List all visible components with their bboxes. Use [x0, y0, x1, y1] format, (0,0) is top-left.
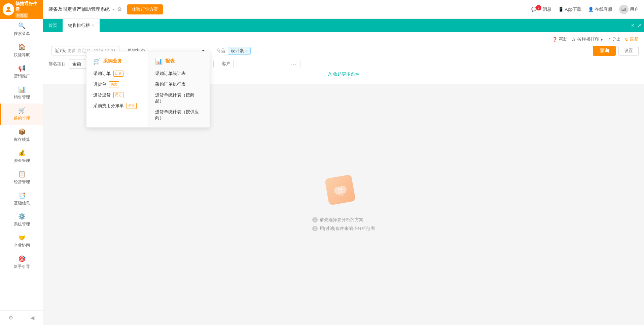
business-col: 🛒 采购业务 采购订单 历史 进货单 历史 进货退货 历史: [86, 51, 148, 127]
report-icon: 📊: [155, 57, 163, 65]
menu-item-purchase-order[interactable]: 采购订单 历史: [86, 68, 148, 79]
history-badge-3: 历史: [113, 92, 123, 98]
menu-item-incoming-by-supplier[interactable]: 进货单统计表（按供应商）: [148, 107, 210, 123]
history-badge-2: 历史: [109, 81, 119, 87]
business-header: 🛒 采购业务: [86, 55, 148, 68]
purchase-dropdown-menu: 🛒 采购业务 采购订单 历史 进货单 历史 进货退货 历史: [86, 51, 210, 128]
history-badge: 历史: [113, 71, 123, 77]
content-area: ❓ 帮助 🖨 按模板打印 ▾ ↗ 导出 ↻ 刷新: [43, 32, 644, 325]
menu-item-order-exec[interactable]: 采购订单执行表: [148, 79, 210, 90]
menu-item-expense[interactable]: 采购费用分摊单 历史: [86, 100, 148, 111]
menu-item-order-stat[interactable]: 采购订单统计表: [148, 68, 210, 79]
menu-item-incoming[interactable]: 进货单 历史: [86, 79, 148, 90]
report-col: 📊 报表 采购订单统计表 采购订单执行表 进货单统计表（按商品） 进货单统计表（…: [148, 51, 210, 127]
report-header: 📊 报表: [148, 55, 210, 68]
app-container: 畅捷通好生意 标准版 🔍 搜索菜单 🏠 快捷导航 📢 营销推广 📊 销售管理 🛒…: [0, 0, 644, 325]
main-area: 装备及固定资产辅助管理系统 ▾ ⚙ 体验行业方案 💬 5 消息 📱 App下载 …: [43, 0, 644, 325]
history-badge-4: 历史: [127, 103, 137, 109]
menu-item-return[interactable]: 进货退货 历史: [86, 90, 148, 100]
business-icon: 🛒: [93, 57, 101, 65]
menu-item-incoming-by-goods[interactable]: 进货单统计表（按商品）: [148, 90, 210, 107]
